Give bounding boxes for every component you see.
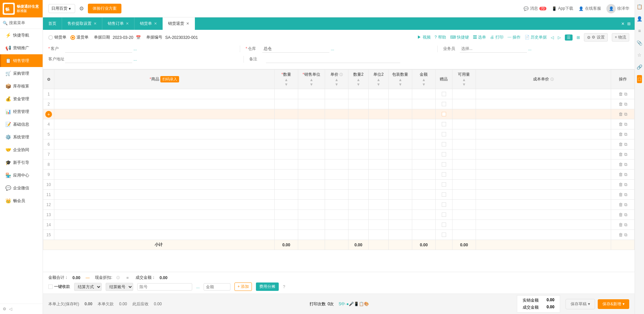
copy-btn-12[interactable]: ⧉ [624,202,627,207]
gift-checkbox-4[interactable] [442,122,446,126]
row-amount-1[interactable] [412,89,435,99]
row-unit-3[interactable] [298,109,325,119]
discount-info-icon[interactable]: ⓘ [116,275,120,280]
row-pkg-1[interactable] [388,89,412,99]
row-unit-2[interactable] [298,99,325,109]
delete-btn-9[interactable]: 🗑 [619,172,623,177]
copy-btn-14[interactable]: ⧉ [624,222,627,228]
sidebar-item-vip[interactable]: 👑 畅会员 [0,194,43,207]
copy-btn-8[interactable]: ⧉ [624,162,627,167]
toolbar-history[interactable]: 📄 历史单据 [525,35,547,40]
sidebar-item-sales[interactable]: 📋 销售管理 [0,54,43,67]
delete-btn-3[interactable]: 🗑 [619,112,623,117]
delete-btn-14[interactable]: 🗑 [619,222,623,227]
right-note-icon[interactable]: 📋 [635,3,644,11]
copy-btn-3[interactable]: ⧉ [624,112,627,117]
copy-btn-15[interactable]: ⧉ [624,232,627,238]
sidebar-item-inventory[interactable]: 📦 库存核算 [0,80,43,92]
row-unit2-2[interactable] [368,99,388,109]
gift-checkbox-8[interactable] [442,162,446,167]
sidebar-collapse-icon[interactable]: ◁ [9,307,12,311]
row-qty2-3[interactable] [348,109,368,119]
row-available-3[interactable] [452,109,476,119]
price-sort[interactable]: ▲▼ [328,77,345,87]
gift-checkbox-6[interactable] [442,142,446,146]
gift-checkbox-7[interactable] [442,152,446,156]
th-gear[interactable]: ⚙ [43,70,54,89]
tab-sales-order-close[interactable]: ✕ [126,21,129,26]
toolbar-nav-next[interactable]: ▷ [558,35,561,40]
tab-home[interactable]: 首页 [43,17,62,30]
delete-btn-10[interactable]: 🗑 [619,182,623,187]
row-gift-1[interactable] [435,89,452,99]
account-dots[interactable]: ... [196,285,200,289]
right-attach-icon[interactable]: 📎 [635,39,644,47]
copy-btn-11[interactable]: ⧉ [624,192,627,197]
sidebar-item-basic[interactable]: 📝 基础信息 [0,118,43,131]
right-person-icon[interactable]: 👤 [635,15,644,23]
payment-checkbox[interactable] [48,285,53,289]
toolbar-view-list[interactable]: ☰ [565,35,573,41]
row-pkg-3[interactable] [388,109,412,119]
salesperson-input[interactable] [460,45,527,53]
toolbar-operate[interactable]: ⋯ 操作 [507,35,521,40]
row-qty2-2[interactable] [348,99,368,109]
sidebar-item-enterprise[interactable]: 🤝 企业协同 [0,143,43,156]
gift-checkbox-15[interactable] [442,233,446,237]
warehouse-input[interactable] [262,45,329,53]
scan-btn[interactable]: 扫码录入 [160,76,179,82]
unit-sort[interactable]: ▲▼ [301,77,322,87]
tab-sales-return[interactable]: 销货退货 ✕ [163,17,195,30]
account-input[interactable] [137,283,192,291]
copy-btn-5[interactable]: ⧉ [624,132,627,137]
experience-btn[interactable]: 体验行业方案 [88,4,121,13]
customer-input[interactable] [65,45,132,53]
account-select[interactable]: 结算账号 [106,283,133,291]
row-goods-1[interactable] [54,89,275,99]
unit2-sort[interactable]: ▲▼ [371,77,386,87]
copy-btn-13[interactable]: ⧉ [624,212,627,217]
fee-help-icon[interactable]: ? [283,285,285,289]
salesperson-dots[interactable]: ... [527,47,533,51]
price-info-icon[interactable]: ⓘ [339,73,343,76]
row-cost-2[interactable] [476,99,611,109]
delete-btn-7[interactable]: 🗑 [619,152,623,157]
right-list-icon[interactable]: ≡ [637,27,642,35]
fee-split-btn[interactable]: 费用分摊 [256,282,279,291]
row-cost-1[interactable] [476,89,611,99]
row-pkg-2[interactable] [388,99,412,109]
app-download-item[interactable]: 📱 App下载 [552,6,573,11]
copy-btn-9[interactable]: ⧉ [624,172,627,177]
tab-sales-price[interactable]: 售价提取设置 ✕ [62,17,102,30]
delete-btn-6[interactable]: 🗑 [619,142,623,147]
row-gift-3[interactable] [435,109,452,119]
tab-sales-price-close[interactable]: ✕ [94,21,97,26]
amount-input[interactable] [204,283,230,291]
sidebar-item-newguide[interactable]: 🎓 新手引导 [0,156,43,169]
copy-btn-10[interactable]: ⧉ [624,182,627,187]
tab-close-all[interactable]: ✕ [621,21,625,26]
row-goods-3[interactable] [54,109,275,119]
gift-checkbox-14[interactable] [442,223,446,227]
right-box-icon[interactable]: □ [637,75,642,83]
gift-checkbox-2[interactable] [442,102,446,106]
radio-delivery[interactable]: 销货单 [48,35,66,40]
sidebar-item-wechat[interactable]: 💬 企业微信 [0,182,43,194]
row-qty2-1[interactable] [348,89,368,99]
delete-btn-8[interactable]: 🗑 [619,162,623,167]
toolbar-select[interactable]: ☰ 选单 [473,35,486,40]
row-qty-2[interactable] [274,99,298,109]
row-unit-1[interactable] [298,89,325,99]
settings-icon[interactable]: ⚙ [79,5,84,12]
row-amount-3[interactable] [412,109,435,119]
calc-method-select[interactable]: 结算方式 [74,283,102,291]
gift-checkbox-5[interactable] [442,132,446,136]
sidebar-item-shortcut[interactable]: ⚡ 快捷导航 [0,29,43,42]
address-dots[interactable]: ... [132,57,138,62]
row-qty-3[interactable] [274,109,298,119]
available-sort[interactable]: ▲▼ [455,77,473,87]
row-available-2[interactable] [452,99,476,109]
delete-btn-1[interactable]: 🗑 [619,91,623,97]
gift-checkbox-1[interactable] [442,92,446,96]
remark-input[interactable] [266,55,400,63]
